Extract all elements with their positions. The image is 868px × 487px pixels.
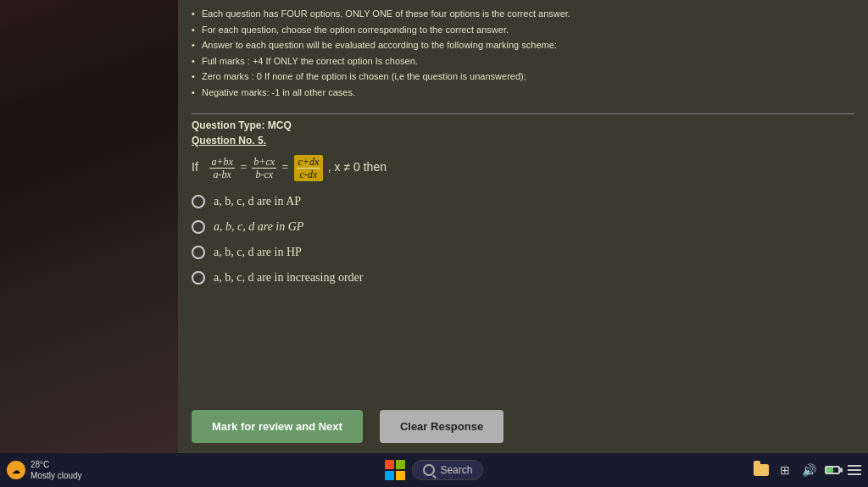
fraction-1-denominator: a-bx: [212, 169, 233, 180]
fraction-2-denominator: b-cx: [253, 169, 275, 180]
taskbar-right: ⊞ 🔊: [743, 462, 861, 479]
clear-response-button[interactable]: Clear Response: [380, 410, 504, 443]
battery-shape: [825, 466, 840, 474]
taskbar-center: Search: [125, 460, 743, 480]
windows-icon-blue: [385, 471, 394, 480]
taskbar-weather-text: 28°C Mostly cloudy: [31, 459, 82, 481]
fraction-1: a+bx a-bx: [209, 156, 234, 181]
option-3-text: a, b, c, d are in HP: [214, 246, 302, 259]
fraction-3-denominator: c-dx: [298, 169, 320, 180]
fraction-3: c+dx c-dx: [294, 155, 324, 182]
options-list: a, b, c, d are in AP a, b, c, d are in G…: [192, 195, 854, 296]
instruction-item: Zero marks : 0 If none of the option is …: [192, 69, 854, 85]
option-3[interactable]: a, b, c, d are in HP: [192, 246, 854, 259]
folder-shape: [754, 464, 769, 476]
mark-review-button[interactable]: Mark for review and Next: [192, 410, 363, 443]
question-number-label: Question No. 5.: [192, 135, 854, 147]
menu-line-3: [848, 473, 861, 475]
option-4-text: a, b, c, d are in increasing order: [214, 271, 363, 285]
action-buttons: Mark for review and Next Clear Response: [192, 401, 854, 443]
option-1-text: a, b, c, d are in AP: [214, 195, 301, 208]
fraction-3-numerator: c+dx: [297, 156, 321, 169]
windows-icon-yellow: [396, 471, 405, 480]
option-2-text: a, b, c, d are in GP: [214, 220, 303, 234]
question-text: If a+bx a-bx = b+cx b-cx = c+dx c-dx , x…: [192, 155, 854, 182]
radio-option-1[interactable]: [192, 195, 205, 208]
option-2[interactable]: a, b, c, d are in GP: [192, 220, 854, 234]
menu-line-2: [848, 469, 861, 471]
radio-option-2[interactable]: [192, 220, 205, 234]
instructions-list: Each question has FOUR options. ONLY ONE…: [192, 7, 854, 101]
fraction-2: b+cx b-cx: [252, 156, 276, 181]
weather-temp: 28°C: [31, 459, 82, 470]
math-expression: a+bx a-bx = b+cx b-cx = c+dx c-dx: [208, 161, 327, 174]
question-type-label: Question Type: MCQ: [192, 119, 854, 131]
question-prefix: If: [192, 160, 198, 174]
network-icon[interactable]: ⊞: [776, 462, 793, 479]
instruction-item: Each question has FOUR options. ONLY ONE…: [192, 7, 854, 22]
instruction-item: Full marks : +4 If ONLY the correct opti…: [192, 54, 854, 69]
fraction-2-numerator: b+cx: [252, 156, 276, 169]
taskbar: ☁ 28°C Mostly cloudy Search ⊞ 🔊: [0, 453, 868, 487]
windows-start-button[interactable]: [385, 460, 405, 480]
divider: [192, 113, 854, 114]
menu-line-1: [848, 465, 861, 467]
question-suffix: , x ≠ 0 then: [328, 160, 387, 174]
left-panel-background: [0, 0, 178, 453]
taskbar-search-label: Search: [440, 464, 472, 476]
fraction-1-numerator: a+bx: [209, 156, 234, 169]
network-symbol: ⊞: [780, 463, 790, 477]
taskbar-search-bar[interactable]: Search: [412, 460, 483, 480]
weather-icon: ☁: [7, 461, 25, 479]
radio-option-3[interactable]: [192, 246, 205, 259]
taskbar-left: ☁ 28°C Mostly cloudy: [7, 459, 125, 481]
windows-icon-green: [396, 460, 405, 469]
windows-icon-red: [385, 460, 394, 469]
battery-icon: [824, 462, 841, 479]
taskbar-menu-icon[interactable]: [848, 465, 861, 475]
battery-fill: [826, 468, 833, 473]
instruction-item: Negative marks: -1 in all other cases.: [192, 86, 854, 101]
search-icon: [423, 464, 435, 476]
main-area: Each question has FOUR options. ONLY ONE…: [0, 0, 868, 453]
left-panel: [0, 0, 178, 453]
option-4[interactable]: a, b, c, d are in increasing order: [192, 271, 854, 285]
option-1[interactable]: a, b, c, d are in AP: [192, 195, 854, 208]
radio-option-4[interactable]: [192, 271, 205, 285]
volume-symbol: 🔊: [802, 463, 816, 477]
content-panel: Each question has FOUR options. ONLY ONE…: [178, 0, 868, 453]
folder-icon[interactable]: [753, 462, 770, 479]
instructions-section: Each question has FOUR options. ONLY ONE…: [192, 7, 854, 102]
instruction-item: Answer to each question will be evaluate…: [192, 38, 854, 53]
weather-desc: Mostly cloudy: [31, 470, 82, 481]
instruction-item: For each question, choose the option cor…: [192, 23, 854, 38]
volume-icon[interactable]: 🔊: [800, 462, 817, 479]
